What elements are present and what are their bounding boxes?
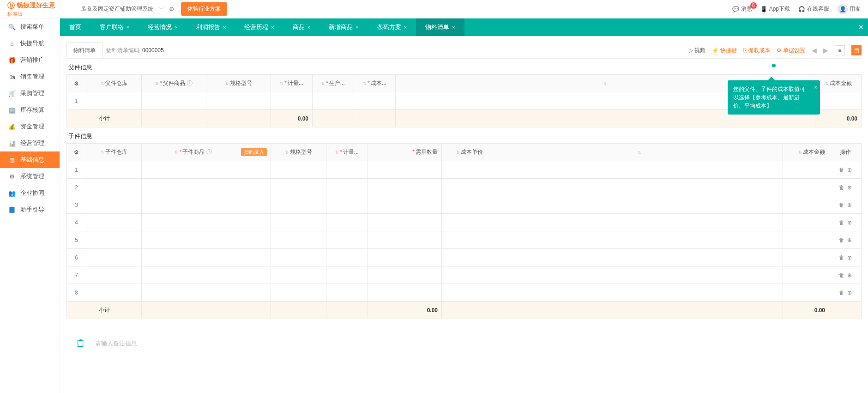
- messages-link[interactable]: 💬消息 6: [732, 5, 752, 13]
- child-row[interactable]: 5🗑⊕: [67, 231, 862, 249]
- view-detail-icon[interactable]: ▤: [851, 45, 862, 55]
- parent-col-header[interactable]: ⇅规格型号: [206, 75, 271, 92]
- tab-close-icon[interactable]: ×: [356, 24, 358, 30]
- sort-icon[interactable]: ⇅: [175, 150, 178, 155]
- service-link[interactable]: 🎧在线客服: [798, 5, 829, 13]
- delete-row-icon[interactable]: 🗑: [839, 237, 844, 243]
- sidebar-item[interactable]: 💰资金管理: [0, 118, 60, 135]
- scan-input-tag[interactable]: 扫码录入: [241, 148, 267, 156]
- child-row[interactable]: 8🗑⊕: [67, 284, 862, 302]
- delete-row-icon[interactable]: 🗑: [839, 167, 844, 173]
- sidebar-item[interactable]: 🎁营销推广: [0, 52, 60, 68]
- parent-col-header[interactable]: ⇅父件仓库: [86, 75, 142, 92]
- child-row[interactable]: 2🗑⊕: [67, 179, 862, 196]
- gear-icon[interactable]: ⚙: [67, 75, 86, 92]
- view-list-icon[interactable]: ≡: [835, 45, 845, 55]
- child-col-header[interactable]: 操作: [829, 144, 862, 161]
- sidebar-item[interactable]: 🛍销售管理: [0, 68, 60, 85]
- delete-row-icon[interactable]: 🗑: [839, 184, 844, 191]
- sort-icon[interactable]: ⇅: [321, 81, 325, 86]
- child-col-header[interactable]: ⇅子件仓库: [86, 144, 142, 161]
- sort-icon[interactable]: ⇅: [101, 150, 104, 155]
- child-row[interactable]: 1🗑⊕: [67, 161, 862, 179]
- tab[interactable]: 首页: [60, 18, 90, 36]
- help-icon[interactable]: ⓘ: [187, 80, 193, 86]
- video-link[interactable]: ▷视频: [689, 47, 705, 54]
- add-row-icon[interactable]: ⊕: [847, 167, 852, 173]
- doc-setting-link[interactable]: ⚙单据设置: [777, 47, 805, 54]
- user-menu[interactable]: 👤用友: [838, 4, 861, 14]
- child-col-header[interactable]: *需用数量: [368, 144, 442, 161]
- delete-row-icon[interactable]: 🗑: [839, 202, 844, 208]
- tab[interactable]: 物料清单×: [416, 18, 464, 36]
- sort-icon[interactable]: ⇅: [825, 81, 829, 86]
- add-row-icon[interactable]: ⊕: [847, 202, 852, 208]
- parent-col-header[interactable]: ⇅*生产...: [313, 75, 354, 92]
- close-all-tabs-icon[interactable]: ×: [858, 23, 863, 32]
- app-download-link[interactable]: 📱App下载: [760, 5, 790, 13]
- sidebar-item[interactable]: 🛒采购管理: [0, 85, 60, 102]
- sort-icon[interactable]: ⇅: [638, 151, 641, 155]
- sort-icon[interactable]: ⇅: [280, 81, 283, 86]
- tip-close-icon[interactable]: ×: [814, 83, 817, 91]
- sidebar-item[interactable]: 👥企业协同: [0, 185, 60, 201]
- add-row-icon[interactable]: ⊕: [847, 272, 852, 278]
- sidebar-item[interactable]: 📘新手引导: [0, 201, 60, 218]
- parent-col-header[interactable]: ⇅*成本...: [354, 75, 396, 92]
- child-col-header[interactable]: ⇅*计量...: [326, 144, 368, 161]
- child-col-header[interactable]: ⇅成本单价: [442, 144, 497, 161]
- sort-icon[interactable]: ⇅: [335, 150, 339, 155]
- child-row[interactable]: 3🗑⊕: [67, 196, 862, 214]
- tab[interactable]: 经营历程×: [235, 18, 283, 36]
- logo[interactable]: ⓑ畅捷通好生意: [7, 1, 55, 11]
- child-col-header[interactable]: ⇅规格型号: [271, 144, 326, 161]
- tab[interactable]: 条码方案×: [368, 18, 416, 36]
- tab[interactable]: 利润报告×: [187, 18, 235, 36]
- tab-close-icon[interactable]: ×: [404, 24, 407, 30]
- extract-cost-link[interactable]: ⎘提取成本: [743, 47, 770, 54]
- add-row-icon[interactable]: ⊕: [847, 290, 852, 296]
- sidebar-item[interactable]: ⚙系统管理: [0, 168, 60, 185]
- gear-icon[interactable]: ⚙: [67, 144, 86, 161]
- sidebar-item[interactable]: 📊经营管理: [0, 135, 60, 151]
- tab-close-icon[interactable]: ×: [452, 24, 455, 30]
- tab-close-icon[interactable]: ×: [307, 24, 310, 30]
- add-row-icon[interactable]: ⊕: [847, 184, 852, 191]
- delete-row-icon[interactable]: 🗑: [839, 254, 844, 261]
- tab-close-icon[interactable]: ×: [175, 24, 177, 30]
- sort-icon[interactable]: ⇅: [101, 81, 104, 86]
- sort-icon[interactable]: ⇅: [285, 150, 289, 155]
- add-row-icon[interactable]: ⊕: [847, 219, 852, 226]
- tab[interactable]: 新增商品×: [319, 18, 368, 36]
- system-selector[interactable]: 装备及固定资产辅助管理系统 ﹀: [81, 5, 164, 13]
- prev-icon[interactable]: ◀: [812, 47, 817, 54]
- parent-col-header[interactable]: ⇅成本金额: [815, 75, 862, 92]
- child-row[interactable]: 6🗑⊕: [67, 249, 862, 266]
- child-row[interactable]: 7🗑⊕: [67, 266, 862, 284]
- sidebar-item[interactable]: 🔍搜索菜单: [0, 18, 60, 35]
- tab[interactable]: 客户联络×: [90, 18, 139, 36]
- trial-button[interactable]: 体验行业方案: [181, 2, 227, 16]
- delete-row-icon[interactable]: 🗑: [839, 290, 844, 296]
- child-col-header[interactable]: ⇅成本金额: [783, 144, 829, 161]
- sidebar-item[interactable]: ▦基础信息: [0, 151, 60, 168]
- sort-icon[interactable]: ⇅: [798, 150, 802, 155]
- next-icon[interactable]: ▶: [823, 47, 828, 54]
- tab-close-icon[interactable]: ×: [223, 24, 226, 30]
- shortcut-link[interactable]: ⚡快捷键: [712, 47, 737, 54]
- child-col-header[interactable]: ⇅*子件商品 ⓘ扫码录入: [142, 144, 271, 161]
- delete-row-icon[interactable]: 🗑: [839, 272, 844, 278]
- gear-icon[interactable]: ⚙: [169, 6, 175, 12]
- child-row[interactable]: 4🗑⊕: [67, 214, 862, 231]
- tab[interactable]: 经营情况×: [139, 18, 187, 36]
- tab-close-icon[interactable]: ×: [271, 24, 274, 30]
- add-row-icon[interactable]: ⊕: [847, 237, 852, 243]
- sort-icon[interactable]: ⇅: [225, 81, 229, 86]
- tab[interactable]: 商品×: [283, 18, 319, 36]
- sort-icon[interactable]: ⇅: [603, 82, 607, 86]
- sort-icon[interactable]: ⇅: [363, 81, 367, 86]
- remark-placeholder[interactable]: 请输入备注信息: [95, 339, 137, 348]
- help-icon[interactable]: ⓘ: [206, 149, 212, 155]
- sidebar-item[interactable]: ⌂快捷导航: [0, 35, 60, 52]
- delete-row-icon[interactable]: 🗑: [839, 219, 844, 226]
